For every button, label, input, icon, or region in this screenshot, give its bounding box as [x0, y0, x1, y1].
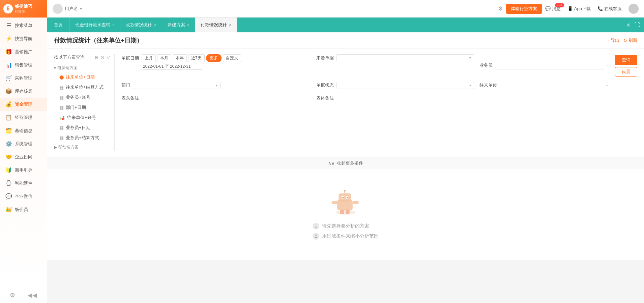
settings-gear-icon[interactable]: ⚙	[498, 5, 503, 12]
tab-payment-stat[interactable]: 付款情况统计 ×	[195, 18, 237, 32]
user-profile-avatar[interactable]	[628, 4, 639, 14]
sidebar-item-operation[interactable]: 📋 经营管理	[0, 111, 47, 124]
sidebar-item-label: 销售管理	[15, 62, 32, 68]
date-btn-more[interactable]: 更多	[206, 54, 222, 62]
scheme-item-salesman-account[interactable]: ▦ 业务员+账号	[54, 92, 110, 102]
filter-section: 按以下方案查询 ⊕ ⊙ ◁ ▾ 电脑端方案 ⬤ 往来单位+日期	[47, 49, 644, 169]
user-dropdown-arrow[interactable]: ▾	[80, 6, 82, 11]
tab-new-scheme-close[interactable]: ×	[187, 23, 189, 27]
sidebar-item-marketing[interactable]: 🎁 营销推广	[0, 45, 47, 58]
scheme-item-unit-date[interactable]: ⬤ 往来单位+日期	[54, 72, 110, 82]
sidebar-item-member[interactable]: 👑 畅会员	[0, 203, 47, 216]
scheme-collapse-btn[interactable]: ◁	[107, 55, 110, 60]
notifications-btn[interactable]: 💬 消息 99+	[545, 6, 561, 12]
sidebar-collapse-btn[interactable]: ◀◀	[28, 292, 37, 299]
search-menu-icon: ☰	[5, 22, 12, 29]
filter-panel: 按以下方案查询 ⊕ ⊙ ◁ ▾ 电脑端方案 ⬤ 往来单位+日期	[47, 49, 644, 157]
sidebar-item-guide[interactable]: 🔰 新手引导	[0, 163, 47, 177]
sidebar-item-basic[interactable]: 🗂️ 基础信息	[0, 124, 47, 137]
tab-bank-flow-close[interactable]: ×	[112, 23, 115, 27]
tab-home[interactable]: 首页	[47, 18, 70, 32]
filter-settings-btn[interactable]: 设置	[615, 67, 637, 77]
date-btn-this-year[interactable]: 本年	[173, 54, 187, 62]
bill-status-label: 单据状态	[316, 82, 334, 88]
header-note-input[interactable]	[142, 94, 229, 102]
sidebar-item-label: 搜索菜单	[15, 23, 32, 29]
scheme-item-salesman-date[interactable]: ▦ 业务员+日期	[54, 123, 110, 133]
svg-point-6	[347, 197, 348, 198]
scheme-desktop-group[interactable]: ▾ 电脑端方案	[54, 64, 110, 72]
tab-payment-stat-label: 付款情况统计	[201, 22, 227, 28]
tab-bank-flow[interactable]: 现金银行流水查询 ×	[70, 18, 120, 32]
date-btn-this-month[interactable]: 本月	[157, 54, 171, 62]
scheme-header-actions: ⊕ ⊙ ◁	[94, 55, 110, 60]
filter-area: 单据日期 上月 本月 本年 近7天 更多 自定义	[115, 54, 637, 151]
body-note-input[interactable]	[336, 94, 474, 102]
refresh-label: 刷新	[628, 37, 637, 43]
page-header: 付款情况统计（往来单位+日期） ↑ 导出 ↻ 刷新	[47, 32, 644, 49]
refresh-btn[interactable]: ↻ 刷新	[623, 37, 637, 43]
export-btn[interactable]: ↑ 导出	[607, 37, 620, 43]
sidebar-item-quick-nav[interactable]: ⚡ 快捷导航	[0, 32, 47, 45]
tab-receipt-stat[interactable]: 收款情况统计 ×	[120, 18, 162, 32]
collapse-conditions-btn[interactable]: ∧∧ 收起更多条件	[47, 157, 644, 169]
scheme-header-label: 按以下方案查询	[54, 54, 85, 60]
scheme-item-icon: ▦	[59, 95, 64, 100]
date-range-input[interactable]	[142, 63, 202, 70]
body-note-label: 表体备注	[316, 95, 334, 101]
cooperation-icon: 🤝	[5, 154, 12, 160]
app-download-icon: 📱	[567, 6, 573, 11]
scheme-add-btn[interactable]: ⊕	[94, 55, 98, 60]
sidebar-item-cooperation[interactable]: 🤝 企业协同	[0, 150, 47, 163]
date-btn-7days[interactable]: 近7天	[188, 54, 205, 62]
partner-input[interactable]	[500, 81, 602, 89]
sidebar-item-label: 营销推广	[15, 49, 32, 55]
sidebar-settings-btn[interactable]: ⚙	[10, 292, 15, 299]
purchase-icon: 🛒	[5, 75, 12, 81]
tip-num-2: 2	[313, 233, 319, 240]
empty-tips: 1 请先选择要分析的方案 2 用过滤条件来缩小分析范围	[313, 223, 379, 240]
scheme-settings-btn[interactable]: ⊙	[100, 55, 105, 60]
source-bill-arrow: ▾	[469, 56, 471, 60]
date-btn-custom[interactable]: 自定义	[223, 54, 241, 62]
scheme-item-label: 业务员+账号	[66, 94, 90, 100]
svg-rect-10	[346, 210, 350, 214]
source-bill-select[interactable]: ▾	[336, 54, 474, 61]
sidebar-item-search-menu[interactable]: ☰ 搜索菜单	[0, 19, 47, 32]
experience-btn[interactable]: 体验行业方案	[506, 4, 542, 14]
online-service-btn[interactable]: 📞 在线客服	[597, 6, 622, 12]
scheme-item-dept-date[interactable]: ▦ 部门+日期	[54, 102, 110, 113]
scheme-item-unit-account[interactable]: 📊 往来单位+账号	[54, 113, 110, 123]
tab-payment-stat-close[interactable]: ×	[229, 23, 231, 27]
dept-select[interactable]: ▾	[133, 82, 221, 89]
tab-close-all-btn[interactable]: ✕	[626, 22, 631, 28]
sidebar-item-system[interactable]: ⚙️ 系统管理	[0, 137, 47, 150]
app-download-btn[interactable]: 📱 App下载	[567, 6, 591, 12]
date-btn-last-month[interactable]: 上月	[142, 54, 156, 62]
partner-dots-btn[interactable]: ···	[604, 81, 611, 89]
tab-home-label: 首页	[54, 22, 63, 28]
tab-new-scheme[interactable]: 新建方案 ×	[162, 18, 195, 32]
app-download-label: App下载	[574, 6, 591, 12]
sales-icon: 📊	[5, 62, 12, 68]
sidebar-item-sales[interactable]: 📊 销售管理	[0, 58, 47, 71]
sidebar-item-hardware[interactable]: ⌚ 智能硬件	[0, 177, 47, 190]
salesman-dots-btn[interactable]: ···	[606, 61, 612, 69]
bill-status-select[interactable]: ▾	[336, 82, 474, 89]
tab-receipt-stat-close[interactable]: ×	[154, 23, 156, 27]
sidebar-item-purchase[interactable]: 🛒 采购管理	[0, 71, 47, 85]
scheme-item-salesman-payment[interactable]: ▦ 业务员+结算方式	[54, 133, 110, 143]
chevron-down-icon: ▾	[54, 66, 56, 70]
sidebar-item-inventory[interactable]: 📦 库存核算	[0, 85, 47, 98]
scheme-mobile-group[interactable]: ▶ 移动端方案	[54, 143, 110, 151]
sidebar-item-finance[interactable]: 💰 资金管理	[0, 98, 47, 111]
salesman-input[interactable]	[495, 61, 603, 69]
sidebar-item-wechat[interactable]: 💬 企业微信	[0, 190, 47, 203]
page-title: 付款情况统计（往来单位+日期）	[54, 36, 143, 44]
tab-maximize-btn[interactable]: ⛶	[635, 22, 640, 28]
svg-point-5	[342, 197, 344, 198]
date-buttons: 上月 本月 本年 近7天 更多 自定义	[142, 54, 241, 62]
guide-icon: 🔰	[5, 167, 12, 173]
query-btn[interactable]: 查询	[615, 55, 637, 65]
scheme-item-unit-payment[interactable]: ▦ 往来单位+结算方式	[54, 82, 110, 92]
